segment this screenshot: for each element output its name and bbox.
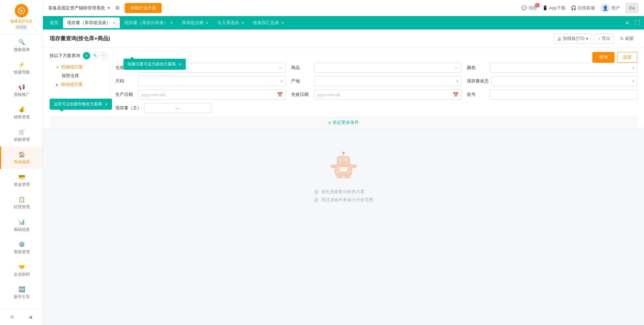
quicknav-icon: ⚡	[18, 61, 25, 68]
sidebar-item-enterprise[interactable]: 🤝 企业协同	[0, 259, 43, 281]
tip2-num: 2	[314, 197, 319, 203]
user-action[interactable]: 👤 用户	[600, 3, 620, 13]
prod-date-input[interactable]: yyyy-mm-dd 📅	[138, 90, 286, 100]
search-icon: 🔍	[18, 38, 25, 46]
size-label: 尺码	[115, 78, 136, 84]
tab-inventory-status[interactable]: 现存量（库存状况表） ✕	[63, 17, 120, 28]
tab-recv-summary-label: 收发存汇总表	[253, 20, 279, 26]
app-download-action[interactable]: 📱 App下载	[542, 5, 566, 11]
sidebar-item-system-label: 系统管理	[14, 249, 30, 255]
top-right-ea: Ea	[625, 3, 639, 13]
service-icon: 🎧	[571, 5, 576, 10]
inv-qty-to[interactable]	[181, 106, 208, 111]
sidebar-item-operations-label: 经营管理	[14, 204, 30, 210]
online-service-action[interactable]: 🎧 在线客服	[571, 5, 595, 11]
sidebar-nav: 🔍 搜索菜单 ⚡ 快捷导航 📢 营销推广 💰 销售管理 🛒 采购管理 🏠 库存核…	[0, 34, 43, 309]
tooltip2-text: 这里可以创建和修改方案哦	[54, 101, 102, 107]
tab-inventory-status-close[interactable]: ✕	[113, 21, 116, 25]
export-icon: ↑	[598, 36, 601, 41]
sidebar-item-sales[interactable]: 💰 销售管理	[0, 102, 43, 124]
scheme-pc-children: 按照仓库	[52, 71, 107, 80]
inv-qty-from[interactable]	[147, 106, 174, 111]
refresh-button[interactable]: ↻ 刷新	[617, 34, 637, 43]
inv-qty-range[interactable]: —	[144, 103, 211, 113]
scheme-mobile-parent[interactable]: ▶ 移动端方案	[52, 80, 107, 89]
expand-tab-btn[interactable]: ⛶	[633, 18, 641, 27]
sidebar-item-quicknav[interactable]: ⚡ 快捷导航	[0, 57, 43, 79]
origin-input[interactable]: ▾	[314, 76, 462, 86]
tab-bar-actions: ✕ ⛶	[624, 18, 641, 28]
exp-date-label: 失效日期	[291, 92, 311, 98]
sidebar-item-marketing[interactable]: 📢 营销推广	[0, 79, 43, 102]
sidebar-item-inventory[interactable]: 🏠 库存核算	[0, 147, 43, 169]
svg-rect-11	[352, 165, 356, 167]
tab-home[interactable]: 首页	[46, 17, 62, 28]
tooltip1-close[interactable]: ✕	[178, 62, 182, 67]
field-exp-date: 失效日期 yyyy-mm-dd 📅	[291, 90, 462, 100]
scheme-tree-panel: 这里可以创建和修改方案哦 ✕ ▼ 电脑端方案 按照仓库	[50, 63, 110, 116]
exp-date-input[interactable]: yyyy-mm-dd 📅	[314, 90, 462, 100]
collapse-bar[interactable]: ∧ 收起更多条件	[50, 116, 637, 128]
close-tab-btn[interactable]: ✕	[624, 18, 631, 28]
marketing-icon: 📢	[18, 83, 25, 91]
filter-row-2: 尺码 ▾ 产地 ▾	[115, 76, 637, 86]
logo-text: 畅通道好生意	[10, 19, 33, 24]
purchase-icon: 🛒	[18, 128, 25, 136]
sidebar: 畅通道好生意 标准版 🔍 搜索菜单 ⚡ 快捷导航 📢 营销推广 💰 销售管理 🛒…	[0, 0, 43, 325]
sidebar-item-finance[interactable]: 💳 资金管理	[0, 169, 43, 192]
sidebar-item-inventory-label: 库存核算	[14, 159, 30, 165]
settings-bottom-icon[interactable]: ⚙	[8, 312, 17, 322]
inv-status-input[interactable]: ▾	[491, 76, 637, 86]
empty-tip-2: 2 用过滤条件来缩小分析范围	[314, 197, 373, 203]
export-button[interactable]: ↑ 导出	[595, 34, 614, 44]
back-icon: ←	[102, 53, 106, 58]
logo-area: 畅通道好生意 标准版	[0, 0, 43, 34]
sidebar-item-guide-label: 新手引导	[14, 294, 30, 300]
field-origin: 产地 ▾	[291, 76, 462, 86]
user-label: 用户	[611, 5, 620, 11]
product-input[interactable]: ···	[314, 63, 462, 73]
tip2-text: 用过滤条件来缩小分析范围	[321, 197, 373, 203]
message-badge: 9	[535, 3, 540, 7]
tab-batch-account[interactable]: 库存批次账 ✕	[178, 17, 213, 28]
tab-in-out-flow-close[interactable]: ✕	[241, 21, 244, 25]
sidebar-item-sales-label: 销售管理	[14, 114, 30, 120]
sidebar-item-basic[interactable]: 📊 基础信息	[0, 214, 43, 236]
size-input[interactable]: ▾	[138, 76, 286, 86]
sidebar-item-purchase[interactable]: 🛒 采购管理	[0, 124, 43, 147]
prod-date-label: 生产日期	[115, 92, 136, 98]
tab-in-out-flow[interactable]: 出入库流水 ✕	[213, 17, 248, 28]
svg-rect-13	[345, 175, 349, 178]
system-icon: ⚙️	[18, 240, 25, 248]
sidebar-item-guide[interactable]: 🆕 新手引导	[0, 281, 43, 304]
inv-status-label: 现存量状态	[467, 78, 489, 84]
sidebar-item-system[interactable]: ⚙️ 系统管理	[0, 236, 43, 259]
svg-point-8	[340, 160, 341, 161]
add-scheme-btn[interactable]: +	[83, 52, 90, 59]
collapse-sidebar-icon[interactable]: ◀	[25, 312, 35, 322]
message-action[interactable]: 💬 消息 9	[522, 5, 537, 11]
color-input[interactable]: ▾	[490, 63, 637, 73]
filter-fields-panel: 仓库 ··· 商品 ··· 颜色	[110, 63, 637, 116]
tab-batch-account-close[interactable]: ✕	[206, 21, 209, 25]
tab-recv-summary[interactable]: 收发存汇总表 ✕	[249, 17, 288, 28]
edit-scheme-btn[interactable]: ✎	[92, 52, 99, 59]
print-button[interactable]: 🖨 按模板打印 ▾	[553, 34, 592, 44]
experience-button[interactable]: 体验行业方案	[125, 3, 162, 13]
tooltip2-close[interactable]: ✕	[105, 102, 108, 107]
scheme-pc-parent[interactable]: ▼ 电脑端方案	[52, 63, 107, 71]
header-settings-icon[interactable]: ⚙	[113, 3, 122, 13]
system-dropdown[interactable]: ▾	[108, 5, 110, 10]
batch-input[interactable]	[490, 90, 637, 100]
header-right: 💬 消息 9 📱 App下载 🎧 在线客服 👤 用户 Ea	[522, 3, 639, 13]
sidebar-item-operations[interactable]: 📋 经营管理	[0, 192, 43, 214]
back-scheme-btn[interactable]: ←	[100, 52, 108, 59]
pc-toggle-icon: ▼	[55, 65, 60, 69]
origin-label: 产地	[291, 78, 311, 84]
scheme-pc-child-1[interactable]: 按照仓库	[59, 71, 107, 80]
sidebar-item-search[interactable]: 🔍 搜索菜单	[0, 34, 43, 57]
tab-inventory-dist-close[interactable]: ✕	[170, 21, 173, 25]
filter-row-1: 仓库 ··· 商品 ··· 颜色	[115, 63, 637, 73]
tab-recv-summary-close[interactable]: ✕	[281, 21, 284, 25]
tab-inventory-dist[interactable]: 现存量（库存分布表） ✕	[120, 17, 177, 28]
